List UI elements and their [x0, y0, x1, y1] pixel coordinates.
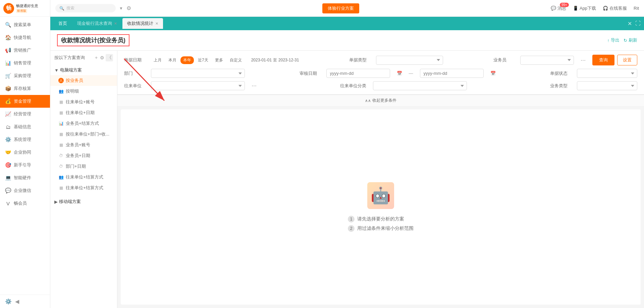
plan-item-by-detail[interactable]: 👥 按明细 [50, 86, 117, 97]
tab-bank-close[interactable]: ✕ [114, 21, 117, 26]
marketing-icon: 📢 [5, 47, 11, 53]
app-download-button[interactable]: 📱 App下载 [573, 5, 596, 11]
user-name[interactable]: Rit [634, 6, 639, 11]
message-button[interactable]: 💬 消息 99+ [551, 5, 566, 11]
collapse-panel-icon[interactable]: 《 [106, 54, 113, 61]
tabs-close-all-icon[interactable]: ✕ [628, 20, 632, 27]
counterpart-more-dots[interactable]: ··· [252, 82, 257, 89]
sidebar-item-marketing[interactable]: 📢 营销推广 [0, 44, 50, 57]
sidebar-item-shortcut[interactable]: 🏠 快捷导航 [0, 31, 50, 44]
biz-type-select[interactable] [577, 81, 637, 90]
message-icon: 💬 [551, 6, 556, 11]
plan-item-unit-date[interactable]: ▦ 往来单位+日期 [50, 107, 117, 118]
plan-item-unit-dept-collect[interactable]: ▦ 按往来单位+部门+收... [50, 129, 117, 140]
plan-item-salesman-settle[interactable]: 📊 业务员+结算方式 [50, 118, 117, 129]
wechat-icon: 💬 [5, 188, 11, 194]
settings-plan-icon[interactable]: ⚙ [100, 55, 104, 60]
main-area: 🔍 搜索 ▼ ⚙ 体验行业方案 💬 消息 99+ 📱 App下载 🎧 在线客服 [50, 0, 644, 308]
export-button[interactable]: ↑ 导出 [607, 37, 620, 43]
query-button[interactable]: 查询 [592, 55, 614, 65]
tab-collection-close[interactable]: ✕ [155, 21, 158, 26]
date-btn-this-year[interactable]: 本年 [180, 56, 194, 64]
tip-num-2: 2 [348, 225, 355, 232]
member-icon: V [5, 200, 11, 206]
date-range-display: 2023-01-01 至 2023-12-31 [251, 57, 299, 63]
counterpart-select[interactable] [151, 81, 245, 90]
sidebar-item-sales[interactable]: 📊 销售管理 [0, 57, 50, 69]
sidebar: 畅 畅捷通好生意 标准版 🔍 搜索菜单 🏠 快捷导航 📢 营销推广 📊 销售管理… [0, 0, 50, 308]
sidebar-item-purchase[interactable]: 🛒 采购管理 [0, 69, 50, 82]
refresh-button[interactable]: ↻ 刷新 [624, 37, 637, 43]
online-service-button[interactable]: 🎧 在线客服 [603, 5, 627, 11]
audit-date-dash: — [409, 71, 413, 76]
doc-type-select[interactable] [376, 56, 443, 65]
sidebar-menu: 🔍 搜索菜单 🏠 快捷导航 📢 营销推广 📊 销售管理 🛒 采购管理 📦 库存核… [0, 17, 50, 295]
tab-collection[interactable]: 收款情况统计 ✕ [122, 18, 163, 29]
collapse-filter-button[interactable]: ∧∧ 收起更多条件 [117, 95, 644, 106]
date-btn-more[interactable]: 更多 [212, 56, 226, 64]
salesman-more-dots[interactable]: ··· [581, 57, 586, 64]
audit-date-to[interactable] [420, 69, 484, 78]
sidebar-item-search[interactable]: 🔍 搜索菜单 [0, 18, 50, 31]
sidebar-item-member[interactable]: V 畅会员 [0, 197, 50, 210]
plan-item-by-salesman[interactable]: 人 按业务员 [50, 75, 117, 86]
tabs-expand-icon[interactable]: ⛶ [635, 20, 641, 27]
operation-icon: 📈 [5, 111, 11, 117]
dept-select[interactable] [151, 69, 245, 78]
sidebar-item-hardware[interactable]: 💻 智能硬件 [0, 171, 50, 184]
plan-item-unit-settle2[interactable]: ▦ 往来单位+结算方式 [50, 183, 117, 193]
refresh-icon: ↻ [624, 38, 627, 43]
logo-text: 畅捷通好生意 标准版 [16, 3, 38, 13]
date-btn-7days[interactable]: 近7天 [195, 56, 211, 64]
unit-date-icon: ▦ [58, 110, 64, 115]
sidebar-item-guide[interactable]: 🎯 新手引导 [0, 159, 50, 171]
plan-item-unit-settle1[interactable]: 👥 往来单位+结算方式 [50, 172, 117, 183]
sidebar-item-inventory[interactable]: 📦 库存核算 [0, 82, 50, 95]
desktop-group-header[interactable]: ▼ 电脑端方案 [50, 65, 117, 75]
topbar-gear-icon[interactable]: ⚙ [126, 5, 131, 11]
salesman-plan-icon: 人 [58, 78, 64, 83]
topbar-left: 🔍 搜索 ▼ ⚙ [55, 4, 131, 12]
content-area: 收款情况统计(按业务员) ↑ 导出 ↻ 刷新 按以下方案查询 ＋ ⚙ [50, 30, 644, 308]
mobile-group-header[interactable]: ▶ 移动端方案 [50, 197, 117, 207]
audit-date-from[interactable] [326, 69, 390, 78]
counterpart-label: 往来单位 [124, 83, 144, 89]
add-plan-icon[interactable]: ＋ [94, 55, 99, 61]
date-btn-custom[interactable]: 自定义 [227, 56, 245, 64]
sidebar-item-wechat[interactable]: 💬 企业微信 [0, 184, 50, 197]
plan-item-salesman-date[interactable]: ⏱ 业务员+日期 [50, 150, 117, 161]
trial-button[interactable]: 体验行业方案 [322, 3, 359, 13]
audit-date-calendar-to[interactable]: 📅 [490, 71, 496, 76]
tabs-right-actions: ✕ ⛶ [628, 20, 641, 27]
sidebar-item-basic[interactable]: 🗂 基础信息 [0, 120, 50, 133]
sidebar-item-operation[interactable]: 📈 经营管理 [0, 108, 50, 120]
doc-status-select[interactable] [577, 69, 637, 78]
plan-item-unit-account[interactable]: ▦ 往来单位+账号 [50, 97, 117, 107]
left-panel-header: 按以下方案查询 ＋ ⚙ 《 [50, 51, 117, 63]
sidebar-item-enterprise[interactable]: 🤝 企业协同 [0, 146, 50, 159]
tab-bank[interactable]: 现金银行流水查询 ✕ [72, 18, 122, 29]
setting-button[interactable]: 设置 [617, 55, 637, 65]
salesman-select[interactable] [520, 56, 574, 65]
date-btn-this-month[interactable]: 本月 [166, 56, 179, 64]
tab-home[interactable]: 首页 [54, 18, 72, 29]
biz-type-label: 业务类型 [550, 83, 570, 89]
topbar-search[interactable]: 🔍 搜索 [55, 4, 116, 12]
counterpart-category-label: 往来单位分类 [340, 83, 366, 89]
plan-item-salesman-account[interactable]: ▦ 业务员+账号 [50, 140, 117, 150]
topbar-dropdown-arrow[interactable]: ▼ [119, 6, 123, 11]
plan-item-dept-date[interactable]: ⏱ 部门+日期 [50, 161, 117, 172]
settings-bottom-icon[interactable]: ⚙️ [5, 298, 12, 305]
sidebar-item-finance[interactable]: 💰 资金管理 [0, 95, 50, 108]
date-btn-last-month[interactable]: 上月 [151, 56, 164, 64]
sidebar-item-system[interactable]: ⚙️ 系统管理 [0, 133, 50, 146]
home-icon: 🏠 [5, 35, 11, 41]
audit-date-calendar-from[interactable]: 📅 [397, 71, 402, 76]
filter-row-1: 单据日期 上月 本月 本年 近7天 更多 自定义 2023-01-01 至 [124, 55, 637, 65]
collapse-bottom-icon[interactable]: ◀ [15, 298, 19, 305]
unit-settle1-icon: 👥 [58, 174, 64, 180]
unit-account-icon: ▦ [58, 99, 64, 105]
counterpart-category-select[interactable] [373, 81, 467, 90]
tip-item-1: 1 请先选择要分析的方案 [348, 216, 414, 222]
filter-actions: 查询 设置 [592, 55, 637, 65]
